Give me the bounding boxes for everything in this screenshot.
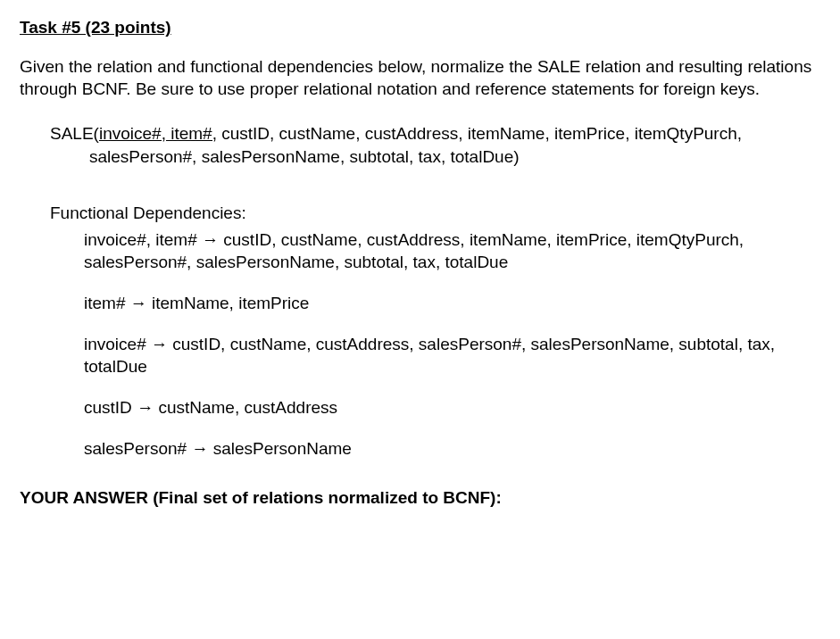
fd-item: salesPerson# → salesPersonName [84, 437, 820, 461]
relation-attributes-line1: custID, custName, custAddress, itemName,… [217, 124, 742, 143]
fd-lhs: invoice# [84, 335, 151, 353]
task-header: Task #5 (23 points) [20, 16, 820, 39]
fd-list: invoice#, item# → custID, custName, cust… [84, 228, 820, 460]
fd-item: invoice# → custID, custName, custAddress… [84, 333, 820, 378]
relation-prefix: SALE( [50, 124, 99, 143]
fd-lhs: item# [84, 294, 130, 312]
fd-item: custID → custName, custAddress [84, 396, 820, 419]
fd-rhs-line1: custID, custName, custAddress, itemName,… [219, 230, 744, 249]
relation-definition: SALE(invoice#, item#, custID, custName, … [50, 122, 820, 168]
fd-rhs-line2: totalDue [84, 355, 820, 378]
fd-rhs-line2: salesPerson#, salesPersonName, subtotal,… [84, 251, 820, 274]
answer-section-header: YOUR ANSWER (Final set of relations norm… [20, 486, 820, 510]
relation-attributes-line2: salesPerson#, salesPersonName, subtotal,… [89, 145, 820, 169]
fd-rhs-line1: custName, custAddress [154, 398, 337, 417]
fd-lhs: custID [84, 398, 137, 417]
arrow-icon: → [130, 294, 147, 312]
arrow-icon: → [191, 439, 208, 458]
fd-lhs: invoice#, item# [84, 230, 202, 249]
fd-section-header: Functional Dependencies: [50, 202, 820, 225]
fd-item: item# → itemName, itemPrice [84, 292, 820, 315]
relation-primary-keys: invoice#, item#, [99, 124, 217, 143]
arrow-icon: → [202, 230, 219, 249]
fd-rhs-line1: custID, custName, custAddress, salesPers… [168, 335, 775, 353]
arrow-icon: → [137, 398, 154, 417]
fd-lhs: salesPerson# [84, 439, 191, 458]
fd-item: invoice#, item# → custID, custName, cust… [84, 228, 820, 274]
fd-rhs-line1: salesPersonName [208, 439, 352, 458]
fd-rhs-line1: itemName, itemPrice [147, 294, 310, 312]
intro-paragraph: Given the relation and functional depend… [20, 55, 820, 101]
arrow-icon: → [151, 335, 168, 353]
